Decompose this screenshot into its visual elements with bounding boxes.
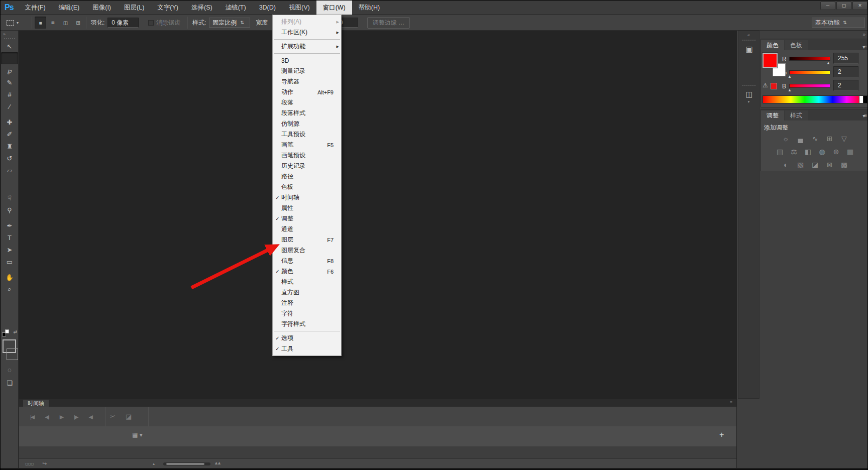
menu-item-tool-presets[interactable]: 工具预设 <box>273 129 341 140</box>
menu-item-tools[interactable]: ✓ 工具 <box>273 343 341 354</box>
menu-item-brush[interactable]: 画笔 F5 <box>273 140 341 150</box>
brightness-contrast-icon[interactable]: ☼ <box>782 135 790 143</box>
channel-mixer-icon[interactable]: ⊕ <box>832 148 840 156</box>
slider-thumb-icon[interactable]: ▲ <box>826 61 830 65</box>
menu-item-color[interactable]: ✓ 颜色 F6 <box>273 266 341 277</box>
expand-dock-icon[interactable]: » <box>761 31 868 39</box>
intersect-selection-mode-button[interactable]: ⊞ <box>72 17 84 29</box>
video-track-menu-button[interactable]: ▦ ▾ <box>132 431 143 438</box>
menu-item-character[interactable]: 字符 <box>273 308 341 319</box>
swap-colors-icon[interactable]: ⇄ <box>13 329 17 334</box>
color-lookup-icon[interactable]: ▦ <box>846 148 854 156</box>
screen-mode-button[interactable]: ❏ <box>1 379 19 387</box>
zoom-in-icon[interactable]: ▲▲ <box>214 460 220 465</box>
split-clip-icon[interactable]: ✂ <box>110 413 115 420</box>
quick-selection-tool[interactable]: ✎ <box>1 76 19 88</box>
photo-filter-icon[interactable]: ◍ <box>818 148 826 156</box>
add-to-selection-mode-button[interactable]: ⧈ <box>47 17 59 29</box>
exposure-icon[interactable]: ⊞ <box>825 135 834 143</box>
red-slider[interactable] <box>789 57 830 61</box>
color-balance-icon[interactable]: ⚖ <box>790 148 798 156</box>
menu-item[interactable] <box>274 53 340 54</box>
collapse-toolbar-icon[interactable]: » <box>1 31 18 37</box>
menu-item[interactable] <box>274 39 340 40</box>
menu-item-adjustments[interactable]: ✓ 调整 <box>273 213 341 224</box>
menu-item-histogram[interactable]: 直方图 <box>273 287 341 298</box>
red-value-input[interactable]: 255 <box>833 53 858 64</box>
menu-item-notes[interactable]: 注释 <box>273 298 341 308</box>
antialias-checkbox[interactable] <box>148 20 154 26</box>
play-button[interactable]: ▶ <box>60 414 63 420</box>
eyedropper-tool[interactable]: ∕ <box>1 100 19 112</box>
refine-edge-button[interactable]: 调整边缘 … <box>367 17 410 29</box>
tab-styles[interactable]: 样式 <box>785 110 808 121</box>
menu-item-paragraph-styles[interactable]: 段落样式 <box>273 108 341 119</box>
dock-grip[interactable] <box>742 85 755 86</box>
menu-item-clone-source[interactable]: 仿制源 <box>273 119 341 129</box>
collapse-dock-icon[interactable]: « <box>738 31 759 38</box>
feather-input[interactable]: 0 像素 <box>107 18 139 28</box>
menu-select[interactable]: 选择(S) <box>185 1 219 15</box>
posterize-icon[interactable]: ▧ <box>796 161 805 169</box>
green-value-input[interactable]: 2 <box>833 66 858 77</box>
frames-view-icon[interactable]: ◻◻◻ <box>25 462 34 466</box>
pen-tool[interactable]: ✒ <box>1 219 19 231</box>
tab-adjustments[interactable]: 调整 <box>761 110 784 121</box>
menu-file[interactable]: 文件(F) <box>19 1 52 15</box>
subtract-from-selection-mode-button[interactable]: ◫ <box>60 17 71 29</box>
panel-menu-icon[interactable]: ≡ <box>730 400 732 405</box>
smudge-tool[interactable]: ☟ <box>1 192 19 204</box>
tool-button[interactable] <box>1 112 19 116</box>
menu-item-channels[interactable]: 通道 <box>273 224 341 234</box>
menu-item-navigator[interactable]: 导航器 <box>273 76 341 87</box>
rectangle-tool[interactable]: ▭ <box>1 256 19 268</box>
type-tool[interactable]: T <box>1 231 19 244</box>
threshold-icon[interactable]: ◪ <box>811 161 819 169</box>
rectangular-marquee-tool[interactable] <box>1 52 18 64</box>
menu-image[interactable]: 图像(I) <box>86 1 118 15</box>
new-selection-mode-button[interactable]: ■ <box>35 17 46 29</box>
tool-button[interactable] <box>1 176 19 180</box>
menu-filter[interactable]: 滤镜(T) <box>219 1 253 15</box>
path-selection-tool[interactable]: ➤ <box>1 244 19 256</box>
history-brush-tool[interactable]: ↺ <box>1 152 19 164</box>
add-media-button[interactable]: + <box>719 430 724 439</box>
spot-healing-brush-tool[interactable]: ✚ <box>1 116 19 128</box>
menu-item-brush-presets[interactable]: 画笔预设 <box>273 150 341 161</box>
canvas-pasteboard[interactable] <box>19 31 737 399</box>
gradient-tool[interactable] <box>1 180 19 192</box>
tab-swatches[interactable]: 色板 <box>785 40 808 50</box>
blue-slider[interactable] <box>789 84 830 88</box>
green-slider[interactable] <box>789 70 830 74</box>
menu-item[interactable] <box>274 331 340 331</box>
tool-preset-picker[interactable]: ▾ <box>7 15 19 31</box>
tool-button[interactable] <box>1 268 19 271</box>
blue-value-input[interactable]: 2 <box>833 80 858 91</box>
toolbar-grip[interactable] <box>4 38 15 39</box>
menu-item-options[interactable]: ✓ 选项 <box>273 333 341 343</box>
gradient-map-icon[interactable]: ⊠ <box>825 161 834 169</box>
default-colors-mini[interactable]: ⇄ <box>2 329 17 337</box>
transition-icon[interactable]: ◪ <box>126 413 131 420</box>
menu-item-actions[interactable]: 动作 Alt+F9 <box>273 87 341 97</box>
timeline-tab[interactable]: 时间轴 <box>23 400 49 407</box>
move-tool[interactable]: ↖ <box>1 40 19 52</box>
menu-item-measurement-log[interactable]: 测量记录 <box>273 66 341 76</box>
tool-button[interactable] <box>1 216 19 219</box>
slider-thumb-icon[interactable]: ▲ <box>788 88 792 92</box>
menu-item-properties[interactable]: 属性 <box>273 203 341 213</box>
brush-tool[interactable]: ✐ <box>1 128 19 140</box>
background-color-swatch[interactable] <box>7 348 18 360</box>
render-icon[interactable]: ↪ <box>42 460 47 467</box>
black-white-icon[interactable]: ◧ <box>804 148 812 156</box>
menu-item-workspace[interactable]: 工作区(K) ▶ <box>273 27 341 38</box>
video-track-row[interactable]: ▦ ▾ + <box>19 426 736 446</box>
menu-item-3d[interactable]: 3D <box>273 55 341 66</box>
timeline-zoom-slider[interactable] <box>163 462 210 465</box>
eraser-tool[interactable]: ▱ <box>1 164 19 176</box>
curves-icon[interactable]: ∿ <box>811 135 819 143</box>
levels-icon[interactable]: ▄ <box>796 135 805 143</box>
vibrance-icon[interactable]: ▽ <box>840 135 848 143</box>
next-frame-button[interactable]: |▶ <box>74 414 77 420</box>
menu-item-layers[interactable]: 图层 F7 <box>273 234 341 245</box>
